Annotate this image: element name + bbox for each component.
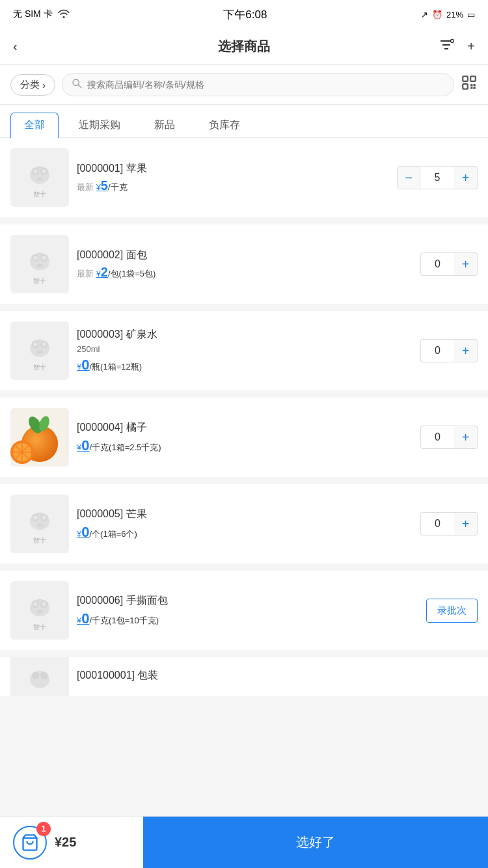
product-name: [0000002] 面包 — [77, 249, 413, 262]
svg-point-56 — [40, 672, 48, 680]
svg-rect-8 — [463, 84, 468, 89]
tab-new[interactable]: 新品 — [141, 113, 189, 137]
nav-left: ‹ — [13, 39, 18, 54]
increase-button[interactable]: + — [454, 512, 478, 536]
svg-point-24 — [36, 264, 43, 267]
status-left: 无 SIM 卡 — [13, 8, 70, 20]
svg-point-22 — [33, 256, 38, 260]
product-image: 智十 — [10, 495, 69, 553]
svg-point-30 — [36, 351, 43, 354]
quantity-input[interactable] — [420, 339, 454, 362]
product-price: 最新 ¥5/千克 — [77, 178, 389, 193]
product-price: ¥0/瓶(1箱=12瓶) — [77, 357, 413, 373]
product-name: [0000001] 苹果 — [77, 162, 389, 176]
list-item: [000100001] 包装 — [0, 657, 488, 696]
product-image: 智十 — [10, 321, 69, 380]
tab-negative[interactable]: 负库存 — [195, 113, 254, 137]
svg-point-51 — [33, 602, 38, 606]
tabs-bar: 全部 近期采购 新品 负库存 — [0, 105, 488, 138]
svg-point-17 — [42, 169, 46, 174]
status-right: ↗ ⏰ 21% ▭ — [421, 10, 475, 20]
svg-point-23 — [42, 256, 46, 260]
list-item: [0000004] 橘子 ¥0/千克(1箱=2.5千克) + — [0, 398, 488, 477]
svg-line-5 — [78, 85, 81, 88]
increase-button[interactable]: + — [454, 252, 478, 276]
product-name: [0000003] 矿泉水 — [77, 328, 413, 342]
tab-all[interactable]: 全部 — [10, 113, 59, 138]
svg-point-29 — [42, 342, 46, 347]
product-price: 最新 ¥2/包(1袋=5包) — [77, 265, 413, 280]
svg-point-52 — [42, 602, 46, 606]
placeholder-logo: 智十 — [23, 156, 56, 199]
back-button[interactable]: ‹ — [13, 39, 18, 54]
product-info: [0000002] 面包 最新 ¥2/包(1袋=5包) — [77, 249, 413, 280]
svg-point-18 — [36, 178, 43, 181]
chevron-right-icon: › — [42, 79, 46, 90]
product-image: 智十 — [10, 235, 69, 293]
filter-icon[interactable] — [439, 37, 454, 56]
add-icon[interactable]: + — [467, 39, 475, 54]
cart-badge: 1 — [36, 822, 51, 836]
svg-point-28 — [33, 342, 38, 347]
placeholder-logo: 智十 — [23, 329, 56, 372]
svg-rect-12 — [474, 87, 476, 89]
product-price: ¥0/个(1箱=6个) — [77, 524, 413, 541]
search-box — [62, 73, 454, 96]
increase-button[interactable]: + — [454, 166, 478, 189]
tab-recent[interactable]: 近期采购 — [65, 113, 134, 137]
scan-button[interactable] — [461, 74, 478, 95]
category-button[interactable]: 分类 › — [10, 74, 55, 96]
batch-button[interactable]: 录批次 — [426, 599, 478, 623]
svg-rect-6 — [463, 76, 468, 81]
svg-rect-10 — [474, 84, 476, 86]
quantity-control: + — [420, 252, 478, 276]
increase-button[interactable]: + — [454, 426, 478, 449]
quantity-control: + — [420, 512, 478, 536]
product-name: [0000005] 芒果 — [77, 508, 413, 521]
svg-rect-9 — [470, 84, 472, 86]
product-image: 智十 — [10, 581, 69, 640]
status-time: 下午6:08 — [223, 7, 267, 22]
alarm-icon: ⏰ — [432, 10, 442, 20]
list-item: 智十 [0000001] 苹果 最新 ¥5/千克 − + — [0, 138, 488, 217]
product-name: [0000006] 手撕面包 — [77, 594, 418, 608]
product-name: [0000004] 橘子 — [77, 421, 413, 435]
quantity-control: + — [420, 426, 478, 449]
svg-point-3 — [451, 40, 454, 43]
svg-rect-11 — [470, 87, 472, 89]
carrier-text: 无 SIM 卡 — [13, 8, 53, 20]
svg-point-45 — [33, 515, 38, 520]
quantity-input[interactable] — [420, 512, 454, 536]
wifi-icon — [58, 9, 70, 20]
filter-bar: 分类 › — [0, 65, 488, 105]
decrease-button[interactable]: − — [397, 166, 420, 189]
status-bar: 无 SIM 卡 下午6:08 ↗ ⏰ 21% ▭ — [0, 0, 488, 29]
svg-point-53 — [36, 610, 43, 614]
cart-button[interactable]: 1 — [13, 826, 47, 860]
increase-button[interactable]: + — [454, 339, 478, 362]
placeholder-logo: 智十 — [23, 589, 56, 632]
search-icon — [72, 78, 82, 91]
battery-icon: ▭ — [467, 10, 475, 20]
location-icon: ↗ — [421, 10, 428, 20]
svg-point-16 — [33, 169, 38, 174]
svg-rect-7 — [470, 76, 476, 81]
bottom-bar: 1 ¥25 选好了 — [0, 816, 488, 868]
quantity-input[interactable] — [420, 426, 454, 449]
confirm-button[interactable]: 选好了 — [143, 817, 488, 869]
svg-point-55 — [32, 672, 40, 680]
search-input[interactable] — [87, 79, 444, 90]
list-item: 智十 [0000003] 矿泉水 250ml ¥0/瓶(1箱=12瓶) + — [0, 311, 488, 390]
product-image — [10, 408, 69, 467]
quantity-input[interactable] — [420, 252, 454, 276]
quantity-control: + — [420, 339, 478, 362]
list-item: 智十 [0000002] 面包 最新 ¥2/包(1袋=5包) + — [0, 224, 488, 304]
battery-text: 21% — [446, 10, 463, 20]
product-spec: 250ml — [77, 344, 413, 354]
quantity-input[interactable] — [420, 166, 454, 189]
svg-point-46 — [42, 515, 46, 520]
quantity-control: − + — [397, 166, 478, 189]
list-item: 智十 [0000005] 芒果 ¥0/个(1箱=6个) + — [0, 484, 488, 563]
product-list: 智十 [0000001] 苹果 最新 ¥5/千克 − + — [0, 138, 488, 749]
product-image: 智十 — [10, 148, 69, 207]
